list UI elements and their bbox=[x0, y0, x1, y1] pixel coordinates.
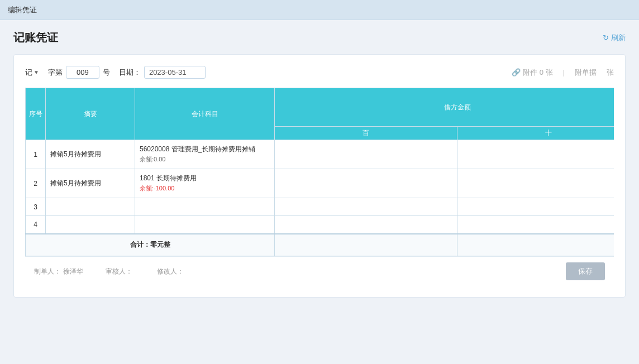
account-code-1: 56020008 管理费用_长期待摊费用摊销 bbox=[140, 144, 274, 155]
summary-1[interactable]: 摊销5月待摊费用 bbox=[46, 140, 135, 169]
date-input[interactable] bbox=[144, 66, 206, 79]
account-code-2: 1801 长期待摊费用 bbox=[140, 173, 274, 184]
reviewer-field: 审核人： bbox=[106, 267, 135, 276]
modifier-label: 修改人： bbox=[157, 267, 184, 276]
form-row: 记 ▼ 字第 号 日期： 🔗 附件 0 张 bbox=[25, 66, 614, 79]
table-row: 4 bbox=[26, 216, 614, 234]
creator-field: 制单人： 徐泽华 bbox=[34, 267, 83, 276]
summary-4[interactable] bbox=[46, 216, 135, 234]
table-row: 3 bbox=[26, 198, 614, 216]
summary-2[interactable]: 摊销5月待摊费用 bbox=[46, 169, 135, 198]
modifier-field: 修改人： bbox=[157, 267, 186, 276]
bottom-bar: 制单人： 徐泽华 审核人： 修改人： 保存 bbox=[25, 256, 614, 286]
creator-label: 制单人： bbox=[34, 267, 61, 276]
total-debit-1 bbox=[457, 234, 614, 256]
th-debit: 借方金额 bbox=[275, 88, 614, 127]
page-header: 记账凭证 ↻ 刷新 bbox=[13, 30, 626, 45]
header-row-main: 序号 摘要 会计科目 借方金额 贷方金额 bbox=[26, 88, 614, 127]
attachment-icon: 🔗 bbox=[512, 68, 521, 76]
title-bar: 编辑凭证 bbox=[0, 0, 639, 20]
table-wrapper: 序号 摘要 会计科目 借方金额 贷方金额 百 十 亿 千 百 bbox=[25, 88, 614, 256]
debit-3-0[interactable] bbox=[275, 198, 457, 216]
refresh-icon: ↻ bbox=[603, 33, 609, 42]
main-window: 编辑凭证 记账凭证 ↻ 刷新 记 ▼ 字第 bbox=[0, 0, 639, 364]
debit-4-1[interactable] bbox=[457, 216, 614, 234]
account-4[interactable] bbox=[135, 216, 275, 234]
sheets-label: 张 bbox=[607, 68, 614, 78]
debit-1-1[interactable] bbox=[457, 140, 614, 169]
balance-2: 余额:-100.00 bbox=[140, 184, 274, 194]
th-account: 会计科目 bbox=[135, 88, 275, 140]
account-3[interactable] bbox=[135, 198, 275, 216]
voucher-number-input[interactable] bbox=[66, 66, 99, 79]
voucher-table: 序号 摘要 会计科目 借方金额 贷方金额 百 十 亿 千 百 bbox=[25, 88, 614, 256]
creator-value: 徐泽华 bbox=[63, 267, 83, 276]
debit-char-0: 百 bbox=[275, 127, 457, 140]
seq-4: 4 bbox=[26, 216, 46, 234]
balance-1: 余额:0.00 bbox=[140, 155, 274, 165]
account-2[interactable]: 1801 长期待摊费用 余额:-100.00 bbox=[135, 169, 275, 198]
seq-1: 1 bbox=[26, 140, 46, 169]
attachment-label: 附件 0 张 bbox=[523, 68, 552, 78]
total-debit-0 bbox=[275, 234, 457, 256]
reviewer-label: 审核人： bbox=[106, 267, 132, 276]
debit-1-0[interactable] bbox=[275, 140, 457, 169]
number-group: 字第 号 bbox=[48, 66, 110, 79]
th-summary: 摘要 bbox=[46, 88, 135, 140]
th-seq: 序号 bbox=[26, 88, 46, 140]
seq-3: 3 bbox=[26, 198, 46, 216]
prefix-group: 记 ▼ bbox=[25, 68, 39, 78]
chevron-down-icon: ▼ bbox=[34, 69, 39, 75]
summary-3[interactable] bbox=[46, 198, 135, 216]
total-label: 合计：零元整 bbox=[26, 234, 275, 256]
date-label: 日期： bbox=[119, 68, 141, 78]
separator: | bbox=[563, 68, 565, 76]
zi-label: 字第 bbox=[48, 68, 63, 78]
account-1[interactable]: 56020008 管理费用_长期待摊费用摊销 余额:0.00 bbox=[135, 140, 275, 169]
seq-2: 2 bbox=[26, 169, 46, 198]
single-label: 附单据 bbox=[575, 68, 597, 78]
table-row: 2 摊销5月待摊费用 1801 长期待摊费用 余额:-100.00 bbox=[26, 169, 614, 198]
save-button[interactable]: 保存 bbox=[566, 262, 605, 280]
debit-char-1: 十 bbox=[457, 127, 614, 140]
footer-row: 合计：零元整 bbox=[26, 234, 614, 256]
main-content: 记账凭证 ↻ 刷新 记 ▼ 字第 号 bbox=[0, 20, 639, 364]
attachment-action[interactable]: 🔗 附件 0 张 bbox=[512, 68, 552, 78]
prefix-text: 记 bbox=[25, 68, 32, 78]
debit-3-1[interactable] bbox=[457, 198, 614, 216]
table-row: 1 摊销5月待摊费用 56020008 管理费用_长期待摊费用摊销 余额:0.0… bbox=[26, 140, 614, 169]
debit-4-0[interactable] bbox=[275, 216, 457, 234]
right-actions: 🔗 附件 0 张 | 附单据 张 bbox=[512, 68, 614, 78]
voucher-card: 记 ▼ 字第 号 日期： 🔗 附件 0 张 bbox=[13, 54, 626, 298]
date-group: 日期： bbox=[119, 66, 206, 79]
page-title: 记账凭证 bbox=[13, 30, 58, 45]
refresh-label: 刷新 bbox=[611, 33, 626, 43]
debit-2-0[interactable] bbox=[275, 169, 457, 198]
window-title: 编辑凭证 bbox=[8, 5, 37, 15]
prefix-dropdown[interactable]: 记 ▼ bbox=[25, 68, 39, 78]
hao-label: 号 bbox=[103, 68, 110, 78]
debit-2-1[interactable] bbox=[457, 169, 614, 198]
refresh-button[interactable]: ↻ 刷新 bbox=[603, 33, 626, 43]
